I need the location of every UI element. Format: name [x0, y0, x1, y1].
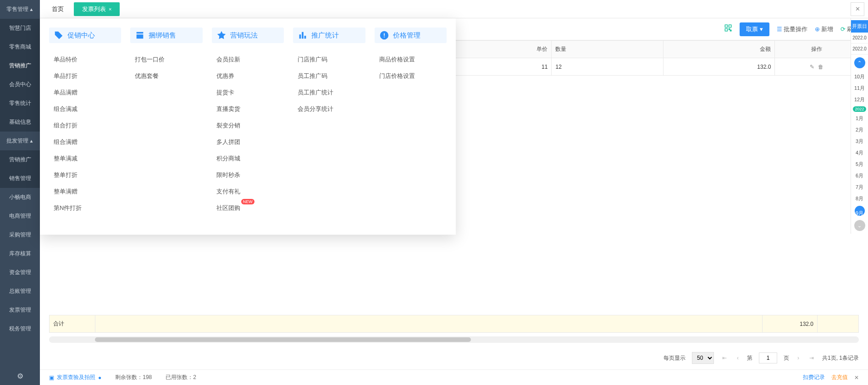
get-invoice-button[interactable]: 取票▾ — [740, 22, 769, 36]
prev-page-button[interactable]: ‹ — [735, 355, 741, 361]
mega-item[interactable]: 提货卡 — [212, 84, 284, 101]
gear-icon[interactable]: ⚙ — [17, 372, 23, 380]
col-ops: 操作 — [775, 41, 859, 58]
scrollbar-thumb[interactable] — [95, 337, 471, 342]
rail-month[interactable]: 8月 — [851, 193, 868, 204]
rail-month[interactable]: 11月 — [851, 82, 868, 94]
rail-month[interactable]: 2月 — [851, 124, 868, 136]
sidebar: 零售管理▲ 智慧门店 零售商城 营销推广 会员中心 零售统计 基础信息 批发管理… — [0, 0, 40, 385]
mega-item[interactable]: 单品打折 — [49, 68, 121, 84]
delete-icon[interactable]: 🗑 — [818, 64, 824, 70]
qr-icon[interactable] — [724, 24, 732, 34]
rail-month[interactable]: 7月 — [851, 182, 868, 193]
mega-item[interactable]: 门店价格设置 — [375, 68, 447, 84]
rail-month[interactable]: 10月 — [851, 71, 868, 82]
sidebar-item-invoice[interactable]: 发票管理 — [0, 301, 40, 319]
rail-month[interactable]: 3月 — [851, 136, 868, 147]
mega-item[interactable]: 优惠券 — [212, 68, 284, 84]
horizontal-scrollbar[interactable] — [49, 336, 859, 343]
camera-icon: ▣ — [49, 374, 54, 381]
rail-year[interactable]: 2022.0 — [851, 44, 868, 55]
mega-header-stats: 推广统计 — [293, 28, 365, 43]
mega-item[interactable]: 第N件打折 — [49, 200, 121, 216]
mega-item[interactable]: 员工推广码 — [293, 68, 365, 84]
rail-year[interactable]: 2022.0 — [851, 33, 868, 44]
sidebar-item-ledger[interactable]: 总账管理 — [0, 282, 40, 301]
info-icon[interactable]: ● — [98, 374, 101, 381]
rail-month[interactable]: 6月 — [851, 170, 868, 182]
mega-item[interactable]: 社区团购NEW — [212, 200, 284, 216]
sidebar-item-purchase[interactable]: 采购管理 — [0, 226, 40, 244]
mega-item[interactable]: 整单打折 — [49, 167, 121, 183]
mega-item[interactable]: 限时秒杀 — [212, 167, 284, 183]
rail-scroll-up[interactable]: ⌃ — [854, 57, 865, 68]
mega-item[interactable]: 员工推广统计 — [293, 84, 365, 101]
sidebar-item-inventory[interactable]: 库存核算 — [0, 244, 40, 263]
rail-month[interactable]: 5月 — [851, 159, 868, 170]
mega-item[interactable]: 商品价格设置 — [375, 51, 447, 68]
rail-scroll-down[interactable]: ⌄ — [854, 220, 865, 231]
rail-month[interactable]: 12月 — [851, 94, 868, 105]
sidebar-item-retail-stats[interactable]: 零售统计 — [0, 94, 40, 113]
mega-item[interactable]: 直播卖货 — [212, 101, 284, 117]
plus-icon: ⊕ — [815, 26, 820, 33]
sidebar-item-tax[interactable]: 税务管理 — [0, 319, 40, 338]
mega-item[interactable]: 会员分享统计 — [293, 101, 365, 117]
rail-month[interactable]: 4月 — [851, 147, 868, 159]
batch-ops-button[interactable]: ☰批量操作 — [777, 25, 807, 33]
last-page-button[interactable]: ⇥ — [807, 355, 816, 361]
close-all-tabs[interactable]: ✕ — [851, 2, 864, 16]
first-page-button[interactable]: ⇤ — [720, 355, 729, 361]
mega-item[interactable]: 会员拉新 — [212, 51, 284, 68]
sidebar-group-wholesale[interactable]: 批发管理▲ — [0, 132, 40, 150]
page-input[interactable] — [759, 352, 777, 363]
mega-item[interactable]: 积分商城 — [212, 150, 284, 167]
page-suffix: 页 — [784, 354, 789, 362]
mega-item[interactable]: 优惠套餐 — [130, 68, 202, 84]
mega-item[interactable]: 门店推广码 — [293, 51, 365, 68]
deduct-log-link[interactable]: 扣费记录 — [803, 374, 825, 381]
next-page-button[interactable]: › — [796, 355, 801, 361]
footer-close[interactable]: ✕ — [854, 374, 859, 381]
sidebar-item-marketing[interactable]: 营销推广 — [0, 56, 40, 75]
sidebar-item-xiaochang[interactable]: 小畅电商 — [0, 188, 40, 207]
sidebar-item-retail-mall[interactable]: 零售商城 — [0, 38, 40, 56]
sidebar-item-funds[interactable]: 资金管理 — [0, 263, 40, 282]
recharge-link[interactable]: 去充值 — [831, 374, 848, 381]
mega-item[interactable]: 单品满赠 — [49, 84, 121, 101]
sidebar-item-ecommerce[interactable]: 电商管理 — [0, 207, 40, 226]
edit-icon[interactable]: ✎ — [810, 64, 814, 70]
mega-item[interactable]: 支付有礼 — [212, 183, 284, 200]
add-button[interactable]: ⊕新增 — [815, 25, 833, 33]
tab-invoice-list[interactable]: 发票列表× — [74, 2, 120, 16]
mega-item[interactable]: 整单满赠 — [49, 183, 121, 200]
invoice-verify-link[interactable]: 发票查验及拍照 — [57, 374, 95, 381]
chevron-down-icon: ▾ — [760, 26, 763, 33]
col-qty[interactable]: 数量 — [552, 41, 663, 58]
sidebar-item-wholesale-marketing[interactable]: 营销推广 — [0, 150, 40, 169]
rail-month-current[interactable]: 9月 — [855, 206, 865, 216]
mega-item[interactable]: 多人拼团 — [212, 134, 284, 150]
svg-rect-4 — [730, 30, 731, 31]
mega-menu: 促销中心 单品特价 单品打折 单品满赠 组合满减 组合打折 组合满赠 整单满减 … — [40, 18, 456, 235]
tab-home[interactable]: 首页 — [44, 2, 72, 16]
mega-item[interactable]: 打包一口价 — [130, 51, 202, 68]
rail-month[interactable]: 1月 — [851, 113, 868, 124]
col-amount[interactable]: 金额 — [663, 41, 774, 58]
mega-item[interactable]: 单品特价 — [49, 51, 121, 68]
mega-item[interactable]: 整单满减 — [49, 150, 121, 167]
sidebar-group-retail[interactable]: 零售管理▲ — [0, 0, 40, 19]
sidebar-item-member-center[interactable]: 会员中心 — [0, 75, 40, 94]
mega-item[interactable]: 组合满减 — [49, 101, 121, 117]
mega-item[interactable]: 组合打折 — [49, 117, 121, 134]
sidebar-item-basic-info[interactable]: 基础信息 — [0, 113, 40, 132]
rail-open-label[interactable]: 开票日 — [851, 20, 868, 33]
mega-item[interactable]: 裂变分销 — [212, 117, 284, 134]
sidebar-item-smart-store[interactable]: 智慧门店 — [0, 19, 40, 38]
sidebar-item-sales-mgmt[interactable]: 销售管理 — [0, 169, 40, 188]
page-prefix: 第 — [747, 354, 752, 362]
mega-item[interactable]: 组合满赠 — [49, 134, 121, 150]
date-rail: 开票日 2022.0 2022.0 ⌃ 10月 11月 12月 2022 1月 … — [851, 18, 868, 234]
close-icon[interactable]: × — [109, 6, 111, 12]
per-page-select[interactable]: 50 — [692, 352, 714, 364]
